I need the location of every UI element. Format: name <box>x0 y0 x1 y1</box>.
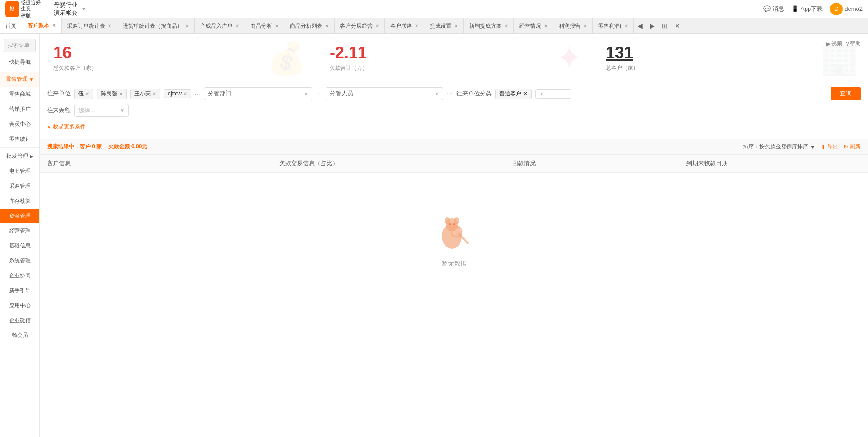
filter-tag-wang-close[interactable]: ✕ <box>153 91 156 96</box>
filter-more-tags[interactable]: ··· <box>195 90 200 97</box>
tab-prev-btn[interactable]: ◀ <box>634 18 646 33</box>
help-btn[interactable]: ? 帮助 <box>846 40 861 48</box>
stat-customers-label: 总欠款客户（家） <box>53 64 97 72</box>
sidebar-item-ecommerce[interactable]: 电商管理 <box>0 164 39 179</box>
collapse-area: ∧ 收起更多条件 <box>47 120 861 133</box>
tab-purchase-order-close[interactable]: ✕ <box>108 24 111 28</box>
results-info: 搜索结果中，客户 0 家 欠款金额 0.00元 <box>47 143 147 151</box>
sidebar-item-retail-stats[interactable]: 零售统计 <box>0 132 39 147</box>
app-download-btn[interactable]: 📱 App下载 <box>791 5 823 13</box>
filter-tag-wu[interactable]: 伍 ✕ <box>74 89 93 99</box>
sidebar-item-purchase[interactable]: 采购管理 <box>0 179 39 194</box>
table-empty: 暂无数据 <box>40 173 868 304</box>
svg-point-3 <box>454 217 459 224</box>
sort-arrow: ▼ <box>810 144 815 150</box>
tab-goods-analysis-list[interactable]: 商品分析列表 ✕ <box>284 18 335 33</box>
tab-purchase-stats-close[interactable]: ✕ <box>185 24 189 28</box>
collapse-button[interactable]: ∧ 收起更多条件 <box>47 123 861 131</box>
sidebar-item-vip-member[interactable]: 畅会员 <box>0 328 39 343</box>
sidebar-item-wholesale[interactable]: 批发管理 ▶ <box>0 149 39 164</box>
filter-person-dots[interactable]: ··· <box>447 90 453 98</box>
th-repayment: 回款情况 <box>512 159 686 167</box>
tab-operation-close[interactable]: ✕ <box>544 24 547 28</box>
tab-customer-segment[interactable]: 客户分层经营 ✕ <box>335 18 385 33</box>
filter-person-select[interactable]: 分管人员 ▼ <box>326 87 443 100</box>
tab-accounts[interactable]: 客户账本 ✕ <box>22 18 62 33</box>
sidebar-item-app-center[interactable]: 应用中心 <box>0 298 39 313</box>
user-menu[interactable]: D demo2 <box>830 3 863 15</box>
tab-profit-report[interactable]: 利润报告 ✕ <box>553 18 593 33</box>
help-icon: ? <box>846 41 849 47</box>
filter-balance-arrow: ▼ <box>120 108 125 113</box>
top-right-actions: 💬 消息 📱 App下载 D demo2 <box>763 3 863 15</box>
tab-profit-report-close[interactable]: ✕ <box>583 24 587 28</box>
message-btn[interactable]: 💬 消息 <box>763 5 784 13</box>
tab-customer-contact[interactable]: 客户联络 ✕ <box>385 18 424 33</box>
tab-expand-btn[interactable]: ⊞ <box>658 18 671 33</box>
sidebar-item-member[interactable]: 会员中心 <box>0 117 39 132</box>
filter-cat-close[interactable]: ✕ <box>523 90 528 97</box>
query-button[interactable]: 查询 <box>831 87 861 100</box>
store-selector-arrow: ▼ <box>82 6 107 11</box>
store-selector[interactable]: 母婴行业演示帐套 ▼ <box>49 0 112 19</box>
export-btn[interactable]: ⬆ 导出 <box>821 143 838 151</box>
tab-new-propose-close[interactable]: ✕ <box>504 24 508 28</box>
sidebar-item-operation-mgmt[interactable]: 经营管理 <box>0 223 39 238</box>
filter-category-arrow: ▼ <box>539 91 544 96</box>
stat-amount-bg-icon: ✦ <box>556 39 583 76</box>
table-header: 客户信息 欠款交易信息（占比） 回款情况 到期未收款日期 <box>40 155 868 173</box>
filter-dept-dots[interactable]: ··· <box>316 90 322 98</box>
tab-next-btn[interactable]: ▶ <box>646 18 658 33</box>
sidebar-item-retail[interactable]: 零售管理 ▼ <box>0 72 39 87</box>
refresh-btn[interactable]: ↻ 刷新 <box>844 143 861 151</box>
sidebar-item-basic-info[interactable]: 基础信息 <box>0 238 39 253</box>
tab-goods-analysis[interactable]: 商品分析 ✕ <box>245 18 284 33</box>
tab-new-propose[interactable]: 新增提成方案 ✕ <box>464 18 514 33</box>
tab-goods-analysis-list-close[interactable]: ✕ <box>325 24 329 28</box>
video-btn[interactable]: ▶ 视频 <box>826 40 842 48</box>
user-avatar: D <box>830 3 843 15</box>
tab-propose-settings[interactable]: 提成设置 ✕ <box>424 18 464 33</box>
tab-produce-stock[interactable]: 产成品入库单 ✕ <box>195 18 245 33</box>
sidebar-item-retail-shop[interactable]: 零售商城 <box>0 87 39 102</box>
tab-customer-contact-close[interactable]: ✕ <box>415 24 418 28</box>
filter-tag-wu-close[interactable]: ✕ <box>86 91 89 96</box>
sort-label: 排序：按欠款金额倒序排序 <box>743 143 808 151</box>
filter-tag-chen[interactable]: 陈民强 ✕ <box>97 89 127 99</box>
tab-close-all-btn[interactable]: ✕ <box>671 18 684 33</box>
filter-tag-cjttcw[interactable]: cjttcw ✕ <box>164 89 191 98</box>
sidebar-item-inventory[interactable]: 库存核算 <box>0 194 39 209</box>
filter-tag-wang[interactable]: 王小亮 ✕ <box>130 89 160 99</box>
stats-row: 💰 16 总欠款客户（家） ✦ -2.11 欠款合计（万） 🏢 131 总客户（… <box>40 34 868 81</box>
filter-balance-label: 往来余额 <box>47 106 71 114</box>
tab-retail-profit-close[interactable]: ✕ <box>624 24 628 28</box>
sidebar-item-newbie[interactable]: 新手引导 <box>0 283 39 298</box>
sidebar-item-quick-nav[interactable]: 快捷导航 <box>0 55 39 70</box>
stat-amount-label: 欠款合计（万） <box>330 64 368 72</box>
sidebar-item-finance[interactable]: 资金管理 <box>0 209 39 223</box>
sidebar-item-enterprise-wechat[interactable]: 企业微信 <box>0 313 39 328</box>
tab-purchase-stats[interactable]: 进货单统计表（按商品） ✕ <box>117 18 195 33</box>
download-icon: 📱 <box>791 5 799 12</box>
tab-accounts-close[interactable]: ✕ <box>52 23 56 28</box>
tab-goods-analysis-close[interactable]: ✕ <box>275 24 278 28</box>
filter-cat-tag-normal[interactable]: 普通客户 ✕ <box>495 89 532 99</box>
tab-retail-profit[interactable]: 零售利润( ✕ <box>593 18 634 33</box>
filter-dept-select[interactable]: 分管部门 ▼ <box>204 87 312 100</box>
app-title: 畅捷通好生意 标版 <box>21 0 45 19</box>
stat-total-info: 131 总客户（家） <box>606 43 638 72</box>
sidebar-item-system[interactable]: 系统管理 <box>0 253 39 268</box>
tab-operation[interactable]: 经营情况 ✕ <box>514 18 553 33</box>
filter-tag-cjttcw-close[interactable]: ✕ <box>183 91 187 96</box>
tab-propose-settings-close[interactable]: ✕ <box>454 24 458 28</box>
filter-tag-chen-close[interactable]: ✕ <box>119 91 123 96</box>
tab-customer-segment-close[interactable]: ✕ <box>375 24 379 28</box>
tab-home[interactable]: 首页 <box>0 18 22 33</box>
sidebar-search-btn[interactable]: 搜索菜单 <box>4 39 36 52</box>
sidebar-item-enterprise[interactable]: 企业协同 <box>0 268 39 283</box>
tab-produce-stock-close[interactable]: ✕ <box>235 24 239 28</box>
sidebar-item-marketing[interactable]: 营销推广 <box>0 102 39 117</box>
filter-category-dropdown[interactable]: ▼ <box>535 89 571 99</box>
filter-balance-select[interactable]: 选择... ▼ <box>74 104 129 117</box>
tab-purchase-order[interactable]: 采购订单统计表 ✕ <box>62 18 117 33</box>
